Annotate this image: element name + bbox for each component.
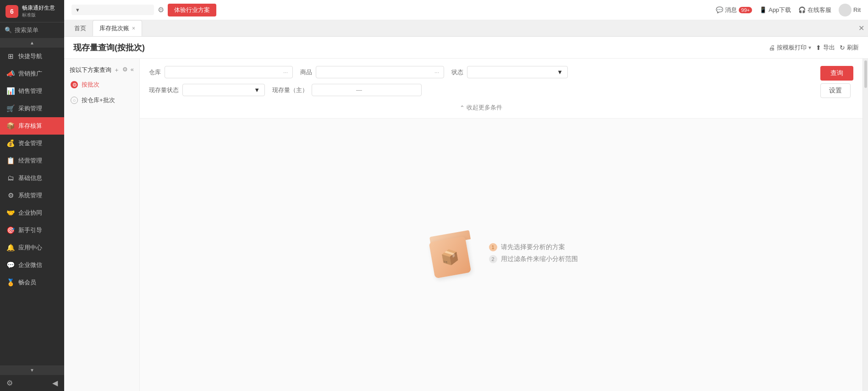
- collapse-label: 收起更多条件: [467, 103, 502, 112]
- empty-box: 📦: [429, 236, 471, 278]
- toggle-sidebar-icon[interactable]: ◀: [52, 379, 58, 387]
- sidebar-item-purchase[interactable]: 🛒 采购管理: [0, 100, 64, 117]
- dropdown-arrow-icon: ▾: [76, 6, 79, 13]
- panel-title: 按以下方案查询: [70, 66, 111, 74]
- product-more-icon[interactable]: ···: [434, 69, 439, 76]
- tab-inventory-batch[interactable]: 库存批次账 ×: [93, 20, 142, 36]
- sidebar-search[interactable]: 🔍 搜索菜单: [0, 22, 64, 38]
- tab-close-icon[interactable]: ×: [132, 25, 135, 32]
- panel-header: 按以下方案查询 ＋ ⚙ «: [64, 63, 139, 77]
- sidebar-item-basic[interactable]: 🗂 基础信息: [0, 169, 64, 187]
- sidebar-item-label: 销售管理: [18, 87, 42, 95]
- collapse-more[interactable]: ⌃ 收起更多条件: [149, 102, 813, 114]
- export-button[interactable]: ⬆ 导出: [816, 43, 835, 52]
- message-action[interactable]: 💬 消息 99+: [716, 6, 752, 14]
- sidebar-scroll-up[interactable]: ▲: [0, 38, 64, 48]
- product-input[interactable]: ···: [316, 66, 444, 78]
- sidebar-item-system[interactable]: ⚙ 系统管理: [0, 187, 64, 204]
- sidebar-item-finance[interactable]: 💰 资金管理: [0, 135, 64, 152]
- topbar-gear-icon[interactable]: ⚙: [158, 5, 164, 14]
- tab-home[interactable]: 首页: [68, 20, 93, 36]
- status-dropdown-icon[interactable]: ▼: [557, 69, 563, 76]
- business-icon: 📋: [6, 157, 15, 165]
- sidebar-item-corp[interactable]: 🤝 企业协同: [0, 204, 64, 222]
- inventory-status-select[interactable]: ▼: [182, 84, 265, 96]
- collapse-panel-icon[interactable]: «: [131, 66, 134, 74]
- settings-icon[interactable]: ⚙: [6, 379, 13, 387]
- add-scheme-icon[interactable]: ＋: [114, 66, 120, 74]
- step1-text: 请先选择要分析的方案: [501, 243, 565, 251]
- inventory-status-dropdown-icon[interactable]: ▼: [254, 87, 260, 93]
- message-badge: 99+: [739, 7, 752, 13]
- sidebar-item-sales[interactable]: 📊 销售管理: [0, 82, 64, 100]
- status-select[interactable]: ▼: [467, 66, 568, 78]
- status-label: 状态: [451, 68, 463, 76]
- member-icon: 🏅: [6, 278, 15, 287]
- by-warehouse-batch-label: 按仓库+批次: [82, 96, 115, 104]
- sidebar-item-label: 经营管理: [18, 157, 42, 165]
- inventory-icon: 📦: [6, 122, 15, 130]
- tab-home-label: 首页: [74, 24, 86, 33]
- collapse-up-icon: ⌃: [460, 104, 465, 111]
- topbar-search-area[interactable]: ▾: [71, 5, 154, 15]
- corp-icon: 🤝: [6, 209, 15, 217]
- sidebar-item-label: 应用中心: [18, 244, 42, 252]
- warehouse-text-input[interactable]: [170, 69, 280, 76]
- purchase-icon: 🛒: [6, 104, 15, 113]
- empty-step-1: 1 请先选择要分析的方案: [489, 243, 578, 251]
- page-header: 现存量查询(按批次) 🖨 按模板打印 ▾ ⬆ 导出 ↻ 刷新: [64, 37, 868, 59]
- product-label: 商品: [300, 68, 312, 76]
- sidebar-item-inventory[interactable]: 📦 库存核算: [0, 117, 64, 135]
- scroll-thumb[interactable]: [864, 60, 867, 88]
- scheme-settings-icon[interactable]: ⚙: [122, 66, 128, 74]
- step2-text: 用过滤条件来缩小分析范围: [501, 255, 578, 263]
- filter-status: 状态 ▼: [451, 66, 568, 78]
- sidebar-item-app[interactable]: 🔔 应用中心: [0, 239, 64, 256]
- newbie-icon: 🎯: [6, 226, 15, 234]
- sidebar-item-member[interactable]: 🏅 畅会员: [0, 274, 64, 291]
- sidebar-item-newbie[interactable]: 🎯 新手引导: [0, 222, 64, 239]
- brand-name: 畅康通好生意: [22, 5, 55, 12]
- tab-close-right-icon[interactable]: ✕: [858, 24, 864, 33]
- print-button[interactable]: 🖨 按模板打印 ▾: [769, 43, 811, 52]
- warehouse-more-icon[interactable]: ···: [283, 69, 288, 76]
- right-scrollbar[interactable]: [863, 59, 868, 391]
- sidebar-item-label: 企业协同: [18, 209, 42, 217]
- topbar-dropdown[interactable]: ▾: [76, 6, 79, 13]
- right-panel: 仓库 ··· 商品 ···: [140, 59, 863, 391]
- sidebar-item-quick-nav[interactable]: ⊞ 快捷导航: [0, 48, 64, 65]
- online-service-action[interactable]: 🎧 在线客服: [798, 6, 831, 14]
- sidebar-item-label: 资金管理: [18, 139, 42, 147]
- sidebar: 6 畅康通好生意 标准版 🔍 搜索菜单 ▲ ⊞ 快捷导航 📣 营销推广 📊 销售…: [0, 0, 64, 391]
- product-text-input[interactable]: [321, 69, 432, 76]
- qty-from-input[interactable]: [317, 87, 353, 93]
- print-dropdown-icon[interactable]: ▾: [808, 44, 811, 51]
- qty-to-input[interactable]: [365, 87, 401, 93]
- sidebar-item-label: 系统管理: [18, 191, 42, 200]
- inventory-qty-range: —: [312, 84, 422, 96]
- query-button[interactable]: 查询: [820, 66, 853, 81]
- user-area[interactable]: Rit: [839, 4, 861, 16]
- filter-product: 商品 ···: [300, 66, 444, 78]
- warehouse-input[interactable]: ···: [165, 66, 293, 78]
- sidebar-footer: ⚙ ◀: [0, 375, 64, 391]
- trial-button[interactable]: 体验行业方案: [168, 4, 216, 16]
- search-label: 搜索菜单: [15, 26, 38, 34]
- filter-buttons: 查询 设置: [820, 66, 853, 98]
- sidebar-item-wechat[interactable]: 💬 企业微信: [0, 256, 64, 274]
- by-batch-icon: ⊙: [71, 81, 78, 88]
- panel-item-by-warehouse-batch[interactable]: ○ 按仓库+批次: [64, 92, 139, 108]
- sidebar-scroll-down[interactable]: ▼: [0, 365, 64, 375]
- basic-icon: 🗂: [6, 174, 15, 182]
- app-icon: 🔔: [6, 244, 15, 252]
- refresh-button[interactable]: ↻ 刷新: [840, 43, 859, 52]
- sidebar-item-business[interactable]: 📋 经营管理: [0, 152, 64, 169]
- app-download-action[interactable]: 📱 App下载: [759, 6, 791, 14]
- setup-button[interactable]: 设置: [820, 83, 851, 98]
- sidebar-item-marketing[interactable]: 📣 营销推广: [0, 65, 64, 82]
- step2-num: 2: [489, 255, 497, 263]
- step1-num: 1: [489, 243, 497, 251]
- page-title: 现存量查询(按批次): [73, 42, 764, 53]
- panel-item-by-batch[interactable]: ⊙ 按批次: [64, 77, 139, 92]
- message-label: 消息: [725, 6, 737, 14]
